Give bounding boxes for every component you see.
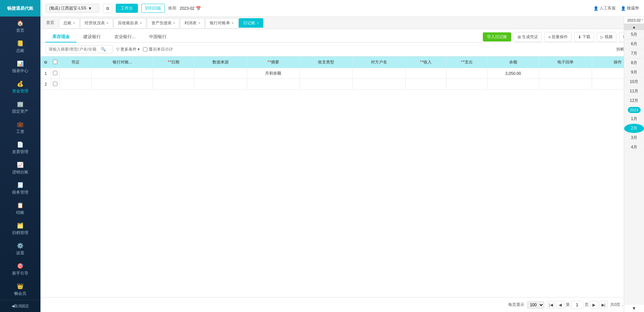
sidebar-item-archive[interactable]: 🗂️ 归档管理 xyxy=(0,219,40,239)
month-9[interactable]: 9月 xyxy=(624,68,644,77)
tab-bank-reconcile[interactable]: 银行对账单 × xyxy=(205,18,238,28)
tab-receivables-close[interactable]: × xyxy=(140,21,142,25)
search-icon[interactable]: 🔍 xyxy=(101,47,106,52)
sidebar-item-archive-label: 归档管理 xyxy=(12,230,28,236)
tab-business-status-close[interactable]: × xyxy=(107,21,109,25)
sidebar-item-closing[interactable]: 📋 结账 xyxy=(0,199,40,219)
month-7[interactable]: 7月 xyxy=(624,49,644,58)
customer-service-btn[interactable]: 👤 人工客服 xyxy=(593,5,616,11)
show-daily-sum-checkbox[interactable] xyxy=(143,47,147,52)
sidebar-item-member-label: 畅会员 xyxy=(14,291,26,296)
download-label: 下载 xyxy=(582,34,590,40)
next-page-btn[interactable]: ▶ xyxy=(590,301,598,309)
sidebar-item-settings-label: 设置 xyxy=(16,250,24,256)
month-6[interactable]: 6月 xyxy=(624,39,644,49)
page-input[interactable] xyxy=(571,301,583,309)
tab-home[interactable]: 首页 xyxy=(42,18,58,28)
filter-button[interactable]: ▽ 更多条件 ▾ xyxy=(116,47,140,52)
date-panel-close-btn[interactable]: × xyxy=(641,18,643,22)
user-profile-btn[interactable]: 👤 徐温华 xyxy=(621,5,639,11)
row2-select-checkbox[interactable] xyxy=(53,82,57,86)
tab-bank-reconcile-label: 银行对账单 xyxy=(210,20,230,26)
company-selector[interactable]: (勉县) 江西超宝-LSS ▼ xyxy=(46,4,99,13)
tab-ledger[interactable]: 总账 × xyxy=(59,18,80,28)
per-page-select[interactable]: 100 50 200 xyxy=(527,301,544,309)
row2-checkbox[interactable] xyxy=(51,79,60,90)
gen-voucher-button[interactable]: ⊞ 生成凭证 xyxy=(514,32,542,42)
month-12[interactable]: 12月 xyxy=(624,96,644,106)
copy-button[interactable]: ⧉ xyxy=(103,4,112,13)
month-8[interactable]: 8月 xyxy=(624,58,644,68)
service-icon: 👤 xyxy=(593,6,598,11)
sidebar-item-sales[interactable]: 📈 进销台账 xyxy=(0,158,40,178)
sidebar-item-fixed-assets[interactable]: 🏢 固定资产 xyxy=(0,97,40,118)
search-wrap[interactable]: 🔍 xyxy=(46,45,113,53)
batch-button[interactable]: ≡ 批量操作 xyxy=(545,32,572,42)
sidebar-item-salary[interactable]: 💼 工资 xyxy=(0,118,40,138)
first-page-btn[interactable]: |◀ xyxy=(547,301,555,309)
workbench-button[interactable]: 工作台 xyxy=(116,4,138,13)
tab-journal-close[interactable]: × xyxy=(257,21,259,25)
tab-receivables[interactable]: 应收账款表 × xyxy=(114,18,146,28)
row2-income xyxy=(405,79,446,90)
tab-receivables-label: 应收账款表 xyxy=(118,20,138,26)
sub-tab-actions: 导入日记账 ⊞ 生成凭证 ≡ 批量操作 ⬇ 下载 ▷ 视频 xyxy=(483,32,639,42)
table-header-checkbox[interactable] xyxy=(51,57,60,68)
tab-bank-reconcile-close[interactable]: × xyxy=(232,21,234,25)
sidebar-item-invoice[interactable]: 📄 发票管理 xyxy=(0,138,40,158)
month-10[interactable]: 10月 xyxy=(624,77,644,87)
sidebar-item-ledger[interactable]: 📒 总账 xyxy=(0,37,40,57)
row1-checkbox[interactable] xyxy=(51,68,60,79)
sub-tab-cash[interactable]: 库存现金 xyxy=(46,32,77,42)
table-header-voucher: 凭证 xyxy=(60,57,92,68)
date-panel-year-nav-down[interactable]: ▼ xyxy=(624,304,644,312)
month-2[interactable]: 2月 xyxy=(624,124,644,133)
sidebar-item-home[interactable]: 🏠 首页 xyxy=(0,17,40,37)
show-daily-sum-label: 显示本日小计 xyxy=(149,47,173,52)
sub-tab-ccb[interactable]: 建设银行 xyxy=(77,32,108,42)
prev-page-btn[interactable]: ◀ xyxy=(556,301,564,309)
tab-journal[interactable]: 日记账 × xyxy=(239,18,263,28)
sidebar-item-funds[interactable]: 💰 资金管理 xyxy=(0,77,40,97)
sub-tab-boc[interactable]: 中国银行 xyxy=(142,32,173,42)
tab-ledger-close[interactable]: × xyxy=(73,21,75,25)
tab-balance-sheet[interactable]: 资产负债表 × xyxy=(147,18,180,28)
select-all-checkbox[interactable] xyxy=(53,60,57,64)
tab-profit[interactable]: 利润表 × xyxy=(180,18,205,28)
table-header-e-receipt: 电子回单 xyxy=(539,57,592,68)
row1-date xyxy=(153,68,194,79)
sidebar-item-settings[interactable]: ⚙️ 设置 xyxy=(0,239,40,259)
gen-voucher-label: 生成凭证 xyxy=(522,34,538,40)
table-header-counterpart: 对方户名 xyxy=(352,57,405,68)
show-daily-sum-toggle[interactable]: 显示本日小计 xyxy=(143,47,173,52)
sidebar-item-guide[interactable]: 🎯 新手引导 xyxy=(0,259,40,280)
month-1[interactable]: 1月 xyxy=(624,114,644,124)
download-button[interactable]: ⬇ 下载 xyxy=(574,32,594,42)
sidebar-item-tax[interactable]: 🧾 税务管理 xyxy=(0,178,40,199)
old-version-button[interactable]: 切到旧版 xyxy=(141,4,165,13)
month-3[interactable]: 3月 xyxy=(624,133,644,143)
period-value[interactable]: 2023-02 📅 xyxy=(180,6,201,11)
last-page-btn[interactable]: ▶| xyxy=(599,301,608,309)
month-5[interactable]: 5月 xyxy=(624,30,644,39)
sub-tab-abc[interactable]: 农业银行... xyxy=(108,32,142,42)
sidebar-pin-toggle[interactable]: ◀ 取消固定 xyxy=(0,300,40,312)
filter-icon: ▽ xyxy=(116,47,119,52)
date-panel-year-nav-up[interactable]: ▲ xyxy=(624,24,644,30)
user-name-text: 徐温华 xyxy=(627,5,639,11)
video-button[interactable]: ▷ 视频 xyxy=(597,32,616,42)
tab-business-status[interactable]: 经营状况表 × xyxy=(80,18,113,28)
sidebar-item-reports[interactable]: 📊 报表中心 xyxy=(0,57,40,77)
month-4[interactable]: 4月 xyxy=(624,143,644,152)
tab-balance-sheet-close[interactable]: × xyxy=(173,21,175,25)
table-header-settings[interactable]: ⚙ xyxy=(41,57,51,68)
funds-icon: 💰 xyxy=(17,81,24,87)
sidebar-item-member[interactable]: 👑 畅会员 xyxy=(0,280,40,300)
import-journal-button[interactable]: 导入日记账 xyxy=(483,32,511,41)
page-nav: |◀ ◀ 第 页 ▶ ▶| xyxy=(547,301,608,309)
tab-profit-close[interactable]: × xyxy=(198,21,200,25)
search-input[interactable] xyxy=(49,47,99,52)
row1-select-checkbox[interactable] xyxy=(53,71,57,75)
month-11[interactable]: 11月 xyxy=(624,87,644,96)
topbar-right: 👤 人工客服 👤 徐温华 xyxy=(593,5,639,11)
